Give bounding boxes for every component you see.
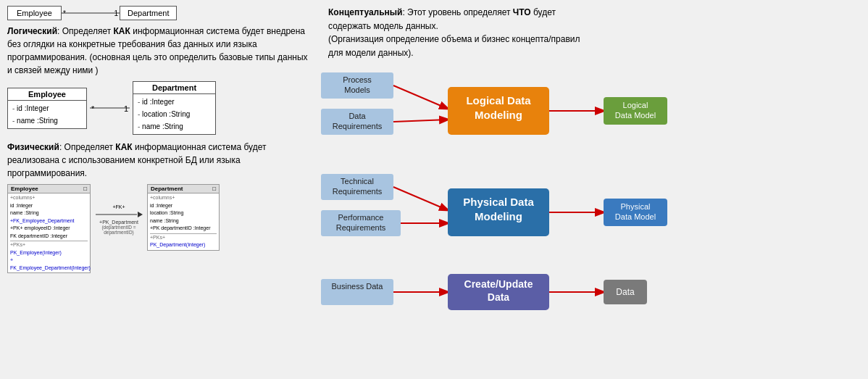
svg-text:Data: Data [349, 112, 366, 120]
svg-text:Models: Models [344, 86, 370, 94]
svg-text:Performance: Performance [338, 213, 384, 222]
emp-box-simple: Employee [7, 6, 62, 20]
svg-text:Modeling: Modeling [475, 109, 522, 121]
svg-text:Logical Data: Logical Data [466, 94, 531, 107]
dept-box-simple: Department [120, 6, 177, 20]
one-label-simple: 1 [114, 9, 118, 17]
dept-logical-table: Department - id :Integer - location :Str… [133, 81, 216, 135]
emp-physical-table: Employee □ +columns+ id :Integer name :S… [7, 184, 91, 273]
flow-diagram: Process Models Data Requirements Logical… [321, 65, 868, 326]
star-logical: * [91, 104, 94, 113]
svg-line-18 [393, 187, 448, 210]
one-logical: 1 [124, 104, 128, 113]
svg-text:Data: Data [616, 287, 635, 297]
svg-text:Requirements: Requirements [336, 223, 386, 232]
svg-text:Physical: Physical [621, 202, 651, 211]
svg-text:Business Data: Business Data [332, 282, 384, 291]
svg-text:Modeling: Modeling [475, 210, 522, 222]
svg-text:Technical: Technical [341, 177, 374, 186]
svg-text:Requirements: Requirements [333, 187, 383, 196]
svg-text:Data Model: Data Model [615, 212, 656, 221]
svg-text:Requirements: Requirements [333, 122, 383, 130]
dept-physical-table: Department □ +columns+ id :Integer locat… [147, 184, 220, 251]
svg-line-3 [393, 86, 448, 109]
svg-text:Create/Update: Create/Update [464, 278, 533, 290]
svg-text:Process: Process [343, 75, 372, 84]
svg-line-7 [393, 120, 448, 122]
emp-logical-table: Employee - id :Integer - name :String [7, 88, 87, 129]
logical-section-text: Логический: Определяет КАК информационна… [7, 25, 308, 77]
svg-text:Data: Data [488, 291, 510, 303]
svg-text:Logical: Logical [623, 101, 648, 109]
star-label-simple: * [63, 9, 66, 17]
physical-section-text: Физический: Определяет КАК информационна… [7, 141, 308, 180]
svg-text:Physical Data: Physical Data [463, 196, 534, 208]
conceptual-text-right: Концептуальный: Этот уровень определяет … [321, 6, 596, 59]
svg-text:Data Model: Data Model [615, 111, 656, 120]
